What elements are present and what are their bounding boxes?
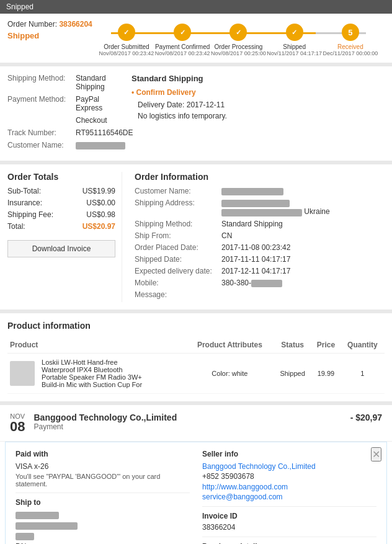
total-row: Total: US$20.97	[7, 222, 115, 231]
seller-email-link[interactable]: service@banggood.com	[202, 493, 376, 501]
checkout-label	[7, 116, 76, 125]
ship-to-address1	[16, 521, 190, 530]
oi-expected-delivery: Expected delivery date: 2017-12-11 04:17…	[135, 267, 385, 275]
order-totals: Order Totals Sub-Total: US$19.99 Insuran…	[7, 172, 122, 302]
insurance-label: Insurance:	[7, 198, 42, 207]
oi-expected-label: Expected delivery date:	[135, 267, 221, 275]
step-circle-4: ✓	[286, 24, 303, 41]
download-invoice-button[interactable]: Download Invoice	[7, 240, 115, 257]
step-circle-3: ✓	[229, 24, 247, 41]
step-date-1: Nov/08/2017 00:23:42	[99, 50, 154, 56]
confirm-delivery-link[interactable]: Confirm Delivery	[131, 88, 385, 97]
progress-bar: ✓ Order Submitted Nov/08/2017 00:23:42 ✓…	[99, 24, 378, 56]
total-value: US$20.97	[82, 222, 115, 231]
subtotal-label: Sub-Total:	[7, 187, 41, 195]
insurance-value: US$0.00	[86, 198, 115, 207]
order-info-title: Order Information	[135, 172, 385, 182]
payment-amount: - $20,97	[350, 412, 382, 422]
track-number-row: Track Number: RT951116546DE	[7, 128, 119, 137]
payment-body-left: Paid with VISA x-26 You'll see "PAYPAL '…	[16, 450, 190, 544]
product-section-title: Product information	[7, 321, 385, 331]
oi-ship-from-label: Ship From:	[135, 231, 221, 240]
divider-1	[16, 493, 190, 493]
step-label-4: Shipped	[283, 43, 306, 50]
visa-text: VISA x-26	[16, 462, 190, 471]
oi-order-placed: Order Placed Date: 2017-11-08 00:23:42	[135, 243, 385, 252]
divider-3	[202, 506, 376, 507]
step-circle-1: ✓	[118, 24, 135, 41]
oi-order-placed-label: Order Placed Date:	[135, 243, 221, 252]
paid-with-title: Paid with	[16, 450, 190, 458]
step-date-5: Dec/11/2017 00:00:00	[323, 50, 378, 56]
step-label-5: Received	[337, 43, 363, 50]
product-status: Shipped	[274, 353, 311, 393]
oi-mobile-label: Mobile:	[135, 279, 221, 287]
close-button[interactable]: ✕	[371, 447, 381, 462]
oi-ship-from-value: CN	[221, 231, 232, 240]
shipping-section: Shipping Method: Standard Shipping Payme…	[0, 66, 392, 161]
ship-to-address2	[16, 532, 190, 540]
shipping-right: Standard Shipping Confirm Delivery Deliv…	[131, 74, 385, 153]
oi-shipped-label: Shipped Date:	[135, 255, 221, 264]
step-date-2: Nov/08/2017 00:23:42	[155, 50, 210, 56]
ship-to-name	[16, 511, 190, 519]
seller-info-title: Seller info	[202, 450, 376, 458]
snipped-bar: Snipped	[0, 0, 392, 14]
payment-section: NOV 08 Banggood Technology Co.,Limited P…	[0, 405, 392, 544]
total-label: Total:	[7, 222, 25, 231]
step-payment-confirmed: ✓ Payment Confirmed Nov/08/2017 00:23:42	[154, 24, 210, 56]
oi-customer-value	[221, 187, 283, 195]
oi-ship-from: Ship From: CN	[135, 231, 385, 240]
shipping-method-value: Standard Shipping	[76, 74, 119, 91]
step-date-3: Nov/08/2017 00:25:00	[211, 50, 266, 56]
snipped-label: Snipped	[6, 2, 33, 11]
subtotal-value: US$19.99	[82, 187, 115, 195]
step-order-processing: ✓ Order Processing Nov/08/2017 00:25:00	[210, 24, 266, 56]
product-row: Loskii LW-Hott Hand-free Waterproof IPX4…	[7, 353, 385, 393]
ship-to-title: Ship to	[16, 498, 190, 507]
checkout-row: Checkout	[7, 116, 119, 125]
payment-method-row: Payment Method: PayPal Express	[7, 95, 119, 112]
customer-name-label: Customer Name:	[7, 141, 76, 149]
statement-text: You'll see "PAYPAL 'BANGGOOD'" on your c…	[16, 473, 190, 488]
oi-message: Message:	[135, 290, 385, 299]
progress-steps: ✓ Order Submitted Nov/08/2017 00:23:42 ✓…	[99, 24, 378, 56]
shipping-fee-label: Shipping Fee:	[7, 210, 53, 219]
oi-customer: Customer Name:	[135, 187, 385, 195]
delivery-date: Delivery Date: 2017-12-11	[131, 100, 385, 109]
seller-name-link[interactable]: Banggood Technology Co.,Limited	[202, 462, 376, 471]
col-status: Status	[274, 337, 311, 354]
divider-4	[202, 537, 376, 537]
payment-method-label: Payment Method:	[7, 95, 76, 112]
oi-shipping-method-label: Shipping Method:	[135, 220, 221, 228]
payment-method-value: PayPal Express	[76, 95, 119, 112]
product-name: Loskii LW-Hott Hand-free Waterproof IPX4…	[42, 359, 147, 388]
product-price: 19.99	[311, 353, 341, 393]
col-product: Product	[7, 337, 186, 354]
oi-address-value: Ukraine	[221, 198, 330, 216]
order-info: Order Information Customer Name: Shippin…	[128, 172, 385, 302]
seller-website-link[interactable]: http://www.banggood.com	[202, 483, 376, 491]
step-label-3: Order Processing	[214, 43, 262, 50]
payment-body: ✕ Paid with VISA x-26 You'll see "PAYPAL…	[5, 442, 387, 544]
progress-container: ✓ Order Submitted Nov/08/2017 00:23:42 ✓…	[92, 20, 385, 56]
product-table: Product Product Attributes Status Price …	[7, 337, 385, 394]
customer-name-value	[76, 141, 125, 149]
payment-header-left: NOV 08 Banggood Technology Co.,Limited P…	[10, 412, 177, 434]
order-status-badge: Shipped	[7, 31, 92, 40]
order-left: Order Number: 38366204 Shipped	[7, 20, 92, 40]
oi-shipping-method-value: Standard Shipping	[221, 220, 283, 228]
step-label-1: Order Submitted	[104, 43, 149, 50]
col-price: Price	[311, 337, 341, 354]
invoice-id-value: 38366204	[202, 523, 376, 532]
col-attributes: Product Attributes	[186, 337, 274, 354]
checkout-value: Checkout	[76, 116, 107, 125]
step-order-submitted: ✓ Order Submitted Nov/08/2017 00:23:42	[99, 24, 154, 56]
oi-shipped-value: 2017-11-11 04:17:17	[221, 255, 290, 264]
invoice-id-title: Invoice ID	[202, 512, 376, 520]
oi-order-placed-value: 2017-11-08 00:23:42	[221, 243, 290, 252]
step-date-4: Nov/11/2017 04:17:17	[267, 50, 322, 56]
oi-address-label: Shipping Address:	[135, 198, 221, 216]
oi-shipped-date: Shipped Date: 2017-11-11 04:17:17	[135, 255, 385, 264]
step-circle-2: ✓	[174, 24, 191, 41]
